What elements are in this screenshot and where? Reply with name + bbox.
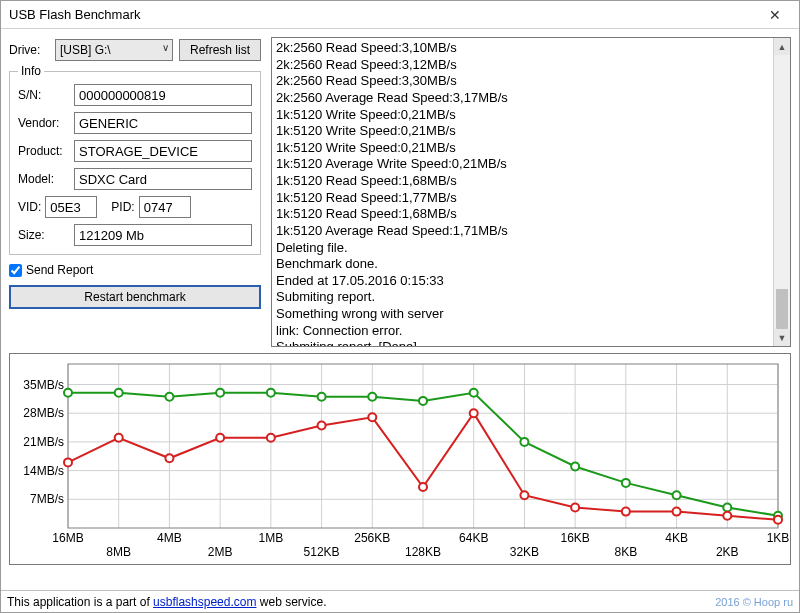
send-report-checkbox[interactable] <box>9 264 22 277</box>
sn-label: S/N: <box>18 88 68 102</box>
svg-point-43 <box>165 393 173 401</box>
model-field[interactable] <box>74 168 252 190</box>
svg-text:2MB: 2MB <box>208 545 233 559</box>
svg-text:32KB: 32KB <box>510 545 539 559</box>
info-legend: Info <box>18 64 44 78</box>
content-area: Drive: [USB] G:\ Refresh list Info S/N: … <box>1 29 799 590</box>
svg-point-70 <box>774 516 782 524</box>
chart-panel: 7MB/s14MB/s21MB/s28MB/s35MB/s16MB8MB4MB2… <box>9 353 791 565</box>
svg-point-53 <box>673 491 681 499</box>
vendor-label: Vendor: <box>18 116 68 130</box>
svg-text:7MB/s: 7MB/s <box>30 492 64 506</box>
svg-point-67 <box>622 508 630 516</box>
footer-link[interactable]: usbflashspeed.com <box>153 595 256 609</box>
svg-point-48 <box>419 397 427 405</box>
app-window: USB Flash Benchmark ✕ Drive: [USB] G:\ R… <box>0 0 800 613</box>
vid-label: VID: <box>18 200 41 214</box>
svg-point-42 <box>115 389 123 397</box>
svg-point-59 <box>216 434 224 442</box>
svg-text:128KB: 128KB <box>405 545 441 559</box>
footer-text: This application is a part of usbflashsp… <box>7 595 327 609</box>
footer-watermark: 2016 © Hoop ru <box>715 596 793 608</box>
svg-point-68 <box>673 508 681 516</box>
svg-text:512KB: 512KB <box>304 545 340 559</box>
svg-point-54 <box>723 504 731 512</box>
vid-field[interactable] <box>45 196 97 218</box>
svg-text:64KB: 64KB <box>459 531 488 545</box>
svg-point-66 <box>571 504 579 512</box>
svg-point-52 <box>622 479 630 487</box>
restart-benchmark-button[interactable]: Restart benchmark <box>9 285 261 309</box>
svg-point-62 <box>368 413 376 421</box>
svg-text:14MB/s: 14MB/s <box>23 464 64 478</box>
svg-text:1KB: 1KB <box>767 531 790 545</box>
send-report-label[interactable]: Send Report <box>26 263 93 277</box>
benchmark-chart: 7MB/s14MB/s21MB/s28MB/s35MB/s16MB8MB4MB2… <box>10 354 790 564</box>
product-label: Product: <box>18 144 68 158</box>
svg-text:8KB: 8KB <box>615 545 638 559</box>
scroll-up-icon[interactable]: ▲ <box>774 38 790 55</box>
window-title: USB Flash Benchmark <box>9 7 759 22</box>
log-scrollbar[interactable]: ▲ ▼ <box>773 38 790 346</box>
log-panel: 2k:2560 Read Speed:3,10MB/s 2k:2560 Read… <box>271 37 791 347</box>
close-icon[interactable]: ✕ <box>759 5 791 25</box>
refresh-list-button[interactable]: Refresh list <box>179 39 261 61</box>
scroll-down-icon[interactable]: ▼ <box>774 329 790 346</box>
svg-text:35MB/s: 35MB/s <box>23 378 64 392</box>
info-group: Info S/N: Vendor: Product: Model: <box>9 71 261 255</box>
svg-text:256KB: 256KB <box>354 531 390 545</box>
svg-text:16KB: 16KB <box>560 531 589 545</box>
svg-point-57 <box>115 434 123 442</box>
sn-field[interactable] <box>74 84 252 106</box>
svg-point-46 <box>318 393 326 401</box>
size-field[interactable] <box>74 224 252 246</box>
pid-label: PID: <box>111 200 134 214</box>
svg-text:28MB/s: 28MB/s <box>23 406 64 420</box>
svg-point-69 <box>723 512 731 520</box>
product-field[interactable] <box>74 140 252 162</box>
svg-point-65 <box>520 491 528 499</box>
svg-point-60 <box>267 434 275 442</box>
titlebar: USB Flash Benchmark ✕ <box>1 1 799 29</box>
log-text: 2k:2560 Read Speed:3,10MB/s 2k:2560 Read… <box>272 38 790 347</box>
vendor-field[interactable] <box>74 112 252 134</box>
scroll-thumb[interactable] <box>776 289 788 329</box>
svg-text:8MB: 8MB <box>106 545 131 559</box>
pid-field[interactable] <box>139 196 191 218</box>
svg-point-63 <box>419 483 427 491</box>
footer: This application is a part of usbflashsp… <box>1 590 799 612</box>
svg-point-44 <box>216 389 224 397</box>
svg-text:4KB: 4KB <box>665 531 688 545</box>
svg-point-45 <box>267 389 275 397</box>
svg-text:2KB: 2KB <box>716 545 739 559</box>
svg-text:16MB: 16MB <box>52 531 83 545</box>
svg-point-61 <box>318 422 326 430</box>
drive-select[interactable]: [USB] G:\ <box>55 39 173 61</box>
svg-point-58 <box>165 454 173 462</box>
svg-point-47 <box>368 393 376 401</box>
svg-point-56 <box>64 458 72 466</box>
svg-point-64 <box>470 409 478 417</box>
drive-label: Drive: <box>9 43 49 57</box>
svg-text:21MB/s: 21MB/s <box>23 435 64 449</box>
svg-point-51 <box>571 463 579 471</box>
svg-point-50 <box>520 438 528 446</box>
svg-text:1MB: 1MB <box>259 531 284 545</box>
model-label: Model: <box>18 172 68 186</box>
svg-point-49 <box>470 389 478 397</box>
svg-text:4MB: 4MB <box>157 531 182 545</box>
svg-point-41 <box>64 389 72 397</box>
size-label: Size: <box>18 228 68 242</box>
